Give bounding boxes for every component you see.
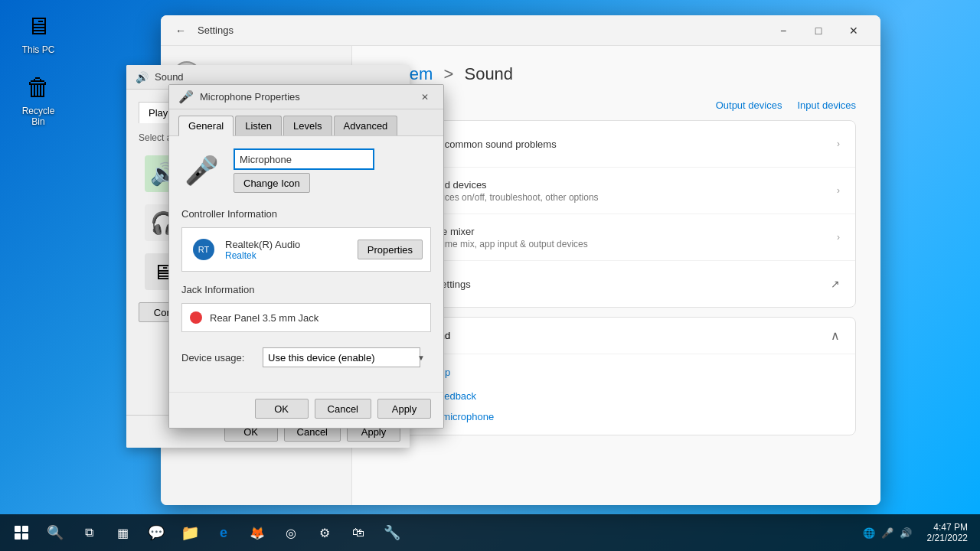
breadcrumb-current: Sound xyxy=(464,64,513,83)
settings-title: Settings xyxy=(198,24,234,36)
troubleshoot-chevron: › xyxy=(837,139,840,149)
more-settings-text: d settings xyxy=(428,279,831,290)
mic-dialog-titlebar: 🎤 Microphone Properties ✕ xyxy=(169,85,443,109)
jack-section: Jack Information Rear Panel 3.5 mm Jack xyxy=(181,284,431,332)
taskbar-app-extra[interactable]: 🔧 xyxy=(377,517,407,548)
taskbar-date: 2/21/2022 xyxy=(927,533,968,543)
help-section: p with Sound ∧ 💬 Get help 😊 Give feedbac… xyxy=(377,317,856,435)
jack-box: Rear Panel 3.5 mm Jack xyxy=(181,303,431,332)
taskbar-speaker-icon[interactable]: 🔊 xyxy=(900,527,912,539)
taskbar-widgets[interactable]: ▦ xyxy=(107,517,138,548)
window-controls: − □ ✕ xyxy=(766,15,871,46)
minimize-button[interactable]: − xyxy=(766,15,801,46)
taskbar-edge[interactable]: e xyxy=(208,517,239,548)
sound-devices-desc: devices on/off, troubleshoot, other opti… xyxy=(428,192,837,203)
give-feedback-row[interactable]: 😊 Give feedback xyxy=(393,384,840,408)
jack-indicator xyxy=(190,311,202,324)
mic-tab-advanced[interactable]: Advanced xyxy=(334,116,398,135)
this-pc-label: This PC xyxy=(22,44,55,55)
setting-up-mic-link[interactable]: etting up a microphone xyxy=(393,408,840,425)
more-settings-row[interactable]: ⚙ d settings ↗ xyxy=(377,261,855,307)
volume-mixer-chevron: › xyxy=(837,232,840,243)
mic-dialog-title: Microphone Properties xyxy=(200,91,410,103)
sound-devices-chevron: › xyxy=(837,185,840,196)
playback-title: Sound xyxy=(155,71,184,83)
recycle-bin-icon: 🗑 xyxy=(23,72,54,103)
controller-manufacturer[interactable]: Realtek xyxy=(225,250,350,261)
mic-dialog-tabs: General Listen Levels Advanced xyxy=(169,109,443,136)
desktop-icon-recycle-bin[interactable]: 🗑 Recycle Bin xyxy=(11,69,65,130)
output-devices-tab[interactable]: Output devices xyxy=(716,99,782,111)
taskbar-explorer[interactable]: 📁 xyxy=(175,517,205,548)
mic-name-input[interactable] xyxy=(234,148,374,170)
help-collapse-icon[interactable]: ∧ xyxy=(831,328,840,343)
volume-mixer-text: ume mixer volume mix, app input & output… xyxy=(428,226,837,249)
taskbar-taskview[interactable]: ⧉ xyxy=(74,517,104,548)
sound-devices-text: ound devices devices on/off, troubleshoo… xyxy=(428,179,837,203)
taskbar: 🔍 ⧉ ▦ 💬 📁 e 🦊 ◎ ⚙ 🛍 🔧 🌐 🎤 🔊 4:47 PM 2/21… xyxy=(0,514,980,551)
mic-tab-levels[interactable]: Levels xyxy=(283,116,332,135)
volume-mixer-row[interactable]: 🎛 ume mixer volume mix, app input & outp… xyxy=(377,214,855,261)
mic-header-row: 🎤 Change Icon xyxy=(181,148,431,193)
sound-devices-row[interactable]: 🔉 ound devices devices on/off, troublesh… xyxy=(377,168,855,214)
controller-section: Controller Information RT Realtek(R) Aud… xyxy=(181,208,431,272)
taskbar-chrome[interactable]: ◎ xyxy=(276,517,306,548)
maximize-button[interactable]: □ xyxy=(801,15,836,46)
taskbar-mic-icon[interactable]: 🎤 xyxy=(881,527,893,539)
get-help-row[interactable]: 💬 Get help xyxy=(393,360,840,384)
troubleshoot-text: oot common sound problems xyxy=(428,139,837,150)
controller-row: RT Realtek(R) Audio Realtek Properties xyxy=(181,227,431,272)
svg-text:RT: RT xyxy=(198,245,210,254)
settings-titlebar: ← Settings − □ ✕ xyxy=(161,15,880,46)
mic-device-icon: 🎤 xyxy=(181,151,221,191)
controller-properties-button[interactable]: Properties xyxy=(358,240,423,259)
device-usage-select[interactable]: Use this device (enable) Don't use this … xyxy=(263,347,420,367)
taskbar-chat[interactable]: 💬 xyxy=(141,517,172,548)
desktop: 🖥 This PC 🗑 Recycle Bin ← Settings − □ ✕… xyxy=(0,0,980,551)
taskbar-sys-icons: 🌐 🎤 🔊 xyxy=(857,527,918,539)
jack-label: Jack Information xyxy=(181,284,431,295)
mic-ok-button[interactable]: OK xyxy=(255,399,309,419)
mic-tab-general[interactable]: General xyxy=(178,116,234,136)
jack-location: Rear Panel 3.5 mm Jack xyxy=(210,312,318,324)
help-with-sound-row[interactable]: p with Sound ∧ xyxy=(377,318,855,354)
taskbar-settings[interactable]: ⚙ xyxy=(309,517,340,548)
mic-name-area: Change Icon xyxy=(234,148,431,193)
breadcrumb: System > Sound xyxy=(377,64,856,84)
sound-settings-section: 🔊 oot common sound problems › 🔉 ound dev… xyxy=(377,120,856,308)
mic-dialog-close[interactable]: ✕ xyxy=(416,88,434,106)
mic-tab-listen[interactable]: Listen xyxy=(235,116,282,135)
device-usage-label: Device usage: xyxy=(181,352,250,364)
change-icon-button[interactable]: Change Icon xyxy=(234,173,310,193)
taskbar-store[interactable]: 🛍 xyxy=(343,517,374,548)
close-button[interactable]: ✕ xyxy=(836,15,871,46)
start-button[interactable] xyxy=(6,517,37,548)
controller-label: Controller Information xyxy=(181,208,431,220)
troubleshoot-row[interactable]: 🔊 oot common sound problems › xyxy=(377,121,855,168)
mic-dialog-footer: OK Cancel Apply xyxy=(169,392,443,428)
external-link-icon: ↗ xyxy=(831,278,840,290)
taskbar-clock[interactable]: 4:47 PM 2/21/2022 xyxy=(921,522,974,543)
taskbar-time: 4:47 PM xyxy=(933,522,968,533)
mic-cancel-button[interactable]: Cancel xyxy=(315,399,371,419)
desktop-icon-this-pc[interactable]: 🖥 This PC xyxy=(11,8,65,58)
taskbar-icons: 🔍 ⧉ ▦ 💬 📁 e 🦊 ◎ ⚙ 🛍 🔧 xyxy=(40,517,407,548)
device-usage-select-wrapper: Use this device (enable) Don't use this … xyxy=(263,347,431,367)
back-button[interactable]: ← xyxy=(170,20,191,41)
breadcrumb-separator: > xyxy=(443,64,453,83)
help-links: 💬 Get help 😊 Give feedback etting up a m… xyxy=(377,354,855,435)
taskbar-search[interactable]: 🔍 xyxy=(40,517,70,548)
mic-apply-button[interactable]: Apply xyxy=(377,399,431,419)
taskbar-network-icon[interactable]: 🌐 xyxy=(863,527,875,539)
troubleshoot-title: oot common sound problems xyxy=(428,139,837,150)
taskbar-firefox[interactable]: 🦊 xyxy=(242,517,273,548)
mic-dialog-icon: 🎤 xyxy=(178,90,194,104)
mic-dialog: 🎤 Microphone Properties ✕ General Listen… xyxy=(168,84,444,429)
this-pc-icon: 🖥 xyxy=(23,11,54,41)
controller-name: Realtek(R) Audio xyxy=(225,239,350,250)
mic-dialog-body: 🎤 Change Icon Controller Information xyxy=(169,136,443,392)
volume-mixer-title: ume mixer xyxy=(428,226,837,237)
more-settings-title: d settings xyxy=(428,279,831,290)
recycle-bin-label: Recycle Bin xyxy=(15,106,62,127)
input-devices-tab[interactable]: Input devices xyxy=(797,99,856,111)
